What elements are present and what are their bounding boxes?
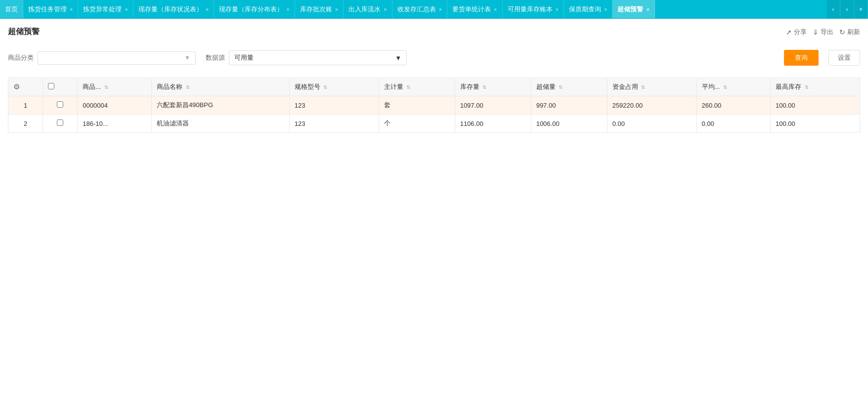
sort-icon: ⇅ (559, 84, 563, 90)
settings-button[interactable]: 设置 (828, 50, 860, 66)
cell-spec: 123 (289, 96, 379, 115)
cell-stock: 1097.00 (455, 96, 531, 115)
th-checkbox (43, 78, 78, 96)
nav-item-batch[interactable]: 库存批次账 × (295, 0, 344, 18)
sort-icon: ⇅ (723, 84, 727, 90)
close-icon[interactable]: × (286, 6, 289, 12)
nav-arrows: ‹ › × (826, 0, 868, 18)
close-icon[interactable]: × (206, 6, 209, 12)
sort-icon: ⇅ (482, 84, 486, 90)
cell-max-stock: 100.00 (771, 96, 860, 115)
category-label: 商品分类 (8, 53, 34, 62)
th-capital[interactable]: 资金占用 ⇅ (607, 78, 696, 96)
row-number: 2 (8, 115, 43, 133)
nav-item-available[interactable]: 可用量库存账本 × (503, 0, 564, 18)
row-checkbox[interactable] (57, 119, 63, 126)
share-button[interactable]: ➚ 分享 (786, 28, 807, 37)
cell-max-stock: 100.00 (771, 115, 860, 133)
row-number: 1 (8, 96, 43, 115)
data-table: ⚙ 商品... ⇅ 商品名称 ⇅ 规格型号 ⇅ 主计量 (8, 78, 860, 133)
category-select-value (43, 54, 45, 62)
th-max-stock[interactable]: 最高库存 ⇅ (771, 78, 860, 96)
cell-product-name: 机油滤清器 (151, 115, 289, 133)
table-row: 1 0000004 六配套新昌490BPG 123 套 1097.00 997.… (8, 96, 860, 115)
nav-item-demand[interactable]: 要货单统计表 × (447, 0, 502, 18)
cell-avg: 0.00 (696, 115, 771, 133)
nav-item-inout-flow[interactable]: 出入库流水 × (344, 0, 392, 18)
header-actions: ➚ 分享 ⇓ 导出 ↻ 刷新 (786, 28, 860, 37)
sort-icon: ⇅ (323, 84, 327, 90)
cell-product-code: 186-10... (78, 115, 152, 133)
datasource-label: 数据源 (206, 53, 225, 62)
close-icon[interactable]: × (646, 6, 649, 12)
nav-close-btn[interactable]: × (854, 0, 868, 18)
datasource-select-value: 可用量 (234, 53, 254, 62)
th-product-code[interactable]: 商品... ⇅ (78, 78, 152, 96)
close-icon[interactable]: × (70, 6, 73, 12)
nav-prev-btn[interactable]: ‹ (826, 0, 840, 18)
datasource-select[interactable]: 可用量 ▼ (229, 50, 407, 65)
th-product-name[interactable]: 商品名称 ⇅ (151, 78, 289, 96)
table-row: 2 186-10... 机油滤清器 123 个 1106.00 1006.00 … (8, 115, 860, 133)
sort-icon: ⇅ (406, 84, 410, 90)
th-stock[interactable]: 库存量 ⇅ (455, 78, 531, 96)
nav-item-stock-dist[interactable]: 现存量（库存分布表） × (214, 0, 295, 18)
nav-bar: 首页 拣货任务管理 × 拣货异常处理 × 现存量（库存状况表） × 现存量（库存… (0, 0, 868, 19)
cell-product-name: 六配套新昌490BPG (151, 96, 289, 115)
page-content: 超储预警 ➚ 分享 ⇓ 导出 ↻ 刷新 商品分类 ▼ 数据源 (0, 19, 868, 395)
close-icon[interactable]: × (384, 6, 387, 12)
category-filter: 商品分类 ▼ (8, 51, 196, 65)
nav-next-btn[interactable]: › (840, 0, 854, 18)
refresh-button[interactable]: ↻ 刷新 (839, 28, 860, 37)
nav-item-picking-task[interactable]: 拣货任务管理 × (23, 0, 78, 18)
page-header: 超储预警 ➚ 分享 ⇓ 导出 ↻ 刷新 (8, 27, 860, 37)
nav-item-home[interactable]: 首页 (0, 0, 23, 18)
cell-spec: 123 (289, 115, 379, 133)
sort-icon: ⇅ (805, 84, 809, 90)
cell-capital: 0.00 (607, 115, 696, 133)
share-icon: ➚ (786, 28, 792, 36)
cell-unit: 套 (379, 96, 455, 115)
sort-icon: ⇅ (104, 84, 108, 90)
nav-item-overstock[interactable]: 超储预警 × (612, 0, 654, 18)
th-avg[interactable]: 平均... ⇅ (696, 78, 771, 96)
nav-item-shelf-life[interactable]: 保质期查询 × (564, 0, 612, 18)
cell-excess: 1006.00 (531, 115, 607, 133)
th-unit[interactable]: 主计量 ⇅ (379, 78, 455, 96)
close-icon[interactable]: × (125, 6, 128, 12)
th-excess[interactable]: 超储量 ⇅ (531, 78, 607, 96)
close-icon[interactable]: × (556, 6, 559, 12)
chevron-down-icon: ▼ (184, 54, 190, 61)
row-checkbox-cell (43, 115, 78, 133)
cell-avg: 260.00 (696, 96, 771, 115)
sort-icon: ⇅ (186, 84, 190, 90)
row-checkbox[interactable] (57, 101, 63, 108)
close-icon[interactable]: × (439, 6, 442, 12)
cell-unit: 个 (379, 115, 455, 133)
export-button[interactable]: ⇓ 导出 (813, 28, 833, 37)
cell-excess: 997.00 (531, 96, 607, 115)
refresh-icon: ↻ (839, 28, 845, 36)
category-select[interactable]: ▼ (38, 51, 196, 65)
close-icon[interactable]: × (494, 6, 497, 12)
filter-row: 商品分类 ▼ 数据源 可用量 ▼ 查询 设置 (8, 45, 860, 71)
th-spec[interactable]: 规格型号 ⇅ (289, 78, 379, 96)
cell-product-code: 0000004 (78, 96, 152, 115)
th-gear: ⚙ (8, 78, 43, 96)
close-icon[interactable]: × (335, 6, 338, 12)
nav-item-stock-status[interactable]: 现存量（库存状况表） × (133, 0, 214, 18)
page-title: 超储预警 (8, 27, 40, 37)
cell-stock: 1106.00 (455, 115, 531, 133)
nav-item-picking-exception[interactable]: 拣货异常处理 × (78, 0, 133, 18)
cell-capital: 259220.00 (607, 96, 696, 115)
select-all-checkbox[interactable] (48, 83, 54, 89)
close-icon[interactable]: × (604, 6, 607, 12)
gear-icon[interactable]: ⚙ (13, 82, 20, 91)
table-header-row: ⚙ 商品... ⇅ 商品名称 ⇅ 规格型号 ⇅ 主计量 (8, 78, 860, 96)
nav-item-summary[interactable]: 收发存汇总表 × (392, 0, 447, 18)
row-checkbox-cell (43, 96, 78, 115)
export-icon: ⇓ (813, 28, 819, 36)
sort-icon: ⇅ (641, 84, 645, 90)
query-button[interactable]: 查询 (784, 50, 819, 66)
datasource-filter: 数据源 可用量 ▼ (206, 50, 407, 65)
